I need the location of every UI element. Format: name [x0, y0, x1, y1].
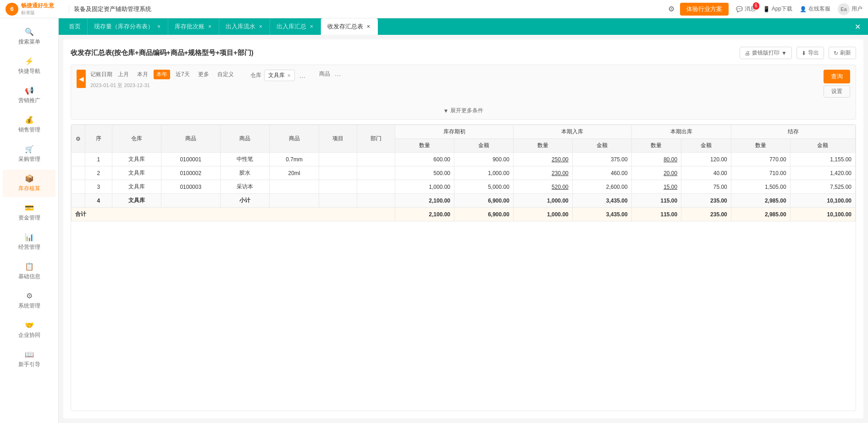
warehouse-tag-close[interactable]: × — [287, 72, 291, 79]
row-out-qty[interactable]: 80.00 — [631, 153, 681, 166]
filter-collapse-button[interactable]: ◀ — [77, 70, 86, 88]
page-header: 收发存汇总表(按仓库+商品编码+商品+规格型号+项目+部门) 🖨 拨镜版打印 ▼… — [71, 47, 856, 59]
sidebar-item-inventory[interactable]: 📦 库存核算 — [3, 170, 55, 197]
col-header-name: 商品 — [220, 125, 269, 153]
chevron-down-icon: ▼ — [781, 50, 787, 56]
col-header-index: 序 — [85, 125, 112, 153]
settings-button[interactable]: ⚙ — [668, 5, 674, 13]
tab-bar: 首页 现存量（库存分布表） × 库存批次账 × 出入库流水 × 出入库汇总 × … — [59, 18, 868, 35]
row-warehouse: 文具库 — [112, 194, 161, 208]
row-idx: 4 — [85, 194, 112, 208]
row-project — [319, 153, 357, 166]
sidebar-item-quicknav[interactable]: ⚡ 快捷导航 — [3, 52, 55, 80]
row-in-qty[interactable]: 230.00 — [513, 166, 572, 180]
goods-label: 商品 — [319, 70, 330, 78]
tab-label: 现存量（库存分布表） — [94, 22, 154, 31]
service-icon: 👤 — [800, 6, 807, 12]
print-button[interactable]: 🖨 拨镜版打印 ▼ — [740, 47, 792, 59]
footer-out-qty: 115.00 — [631, 208, 681, 221]
expand-conditions-button[interactable]: ▼ 展开更多条件 — [443, 107, 484, 115]
date-custom-button[interactable]: 自定义 — [215, 70, 237, 79]
tab-inout-flow[interactable]: 出入库流水 × — [219, 18, 270, 35]
sidebar-item-purchase[interactable]: 🛒 采购管理 — [3, 140, 55, 168]
chevron-down-icon: ▼ — [443, 108, 449, 114]
date-this-month-button[interactable]: 本月 — [134, 70, 151, 79]
refresh-button[interactable]: ↻ 刷新 — [829, 47, 856, 59]
sidebar-item-system[interactable]: ⚙ 系统管理 — [3, 287, 55, 314]
sidebar-item-enterprise[interactable]: 🤝 企业协同 — [3, 316, 55, 344]
row-warehouse: 文具库 — [112, 180, 161, 194]
messages-button[interactable]: 💬 消息 6 — [736, 5, 756, 13]
date-more-button[interactable]: 更多 — [195, 70, 212, 79]
warehouse-tag-text: 文具库 — [268, 71, 285, 79]
tab-close-button[interactable]: × — [309, 23, 314, 30]
row-bal-amt: 1,420.00 — [790, 166, 855, 180]
row-out-qty: 115.00 — [631, 194, 681, 208]
col-header-warehouse: 仓库 — [112, 125, 161, 153]
date-this-year-button[interactable]: 本年 — [154, 70, 170, 79]
row-project — [319, 194, 357, 208]
row-open-qty: 600.00 — [395, 153, 454, 166]
app-download-button[interactable]: 📱 App下载 — [763, 5, 792, 13]
sidebar-item-operations[interactable]: 📊 经营管理 — [3, 228, 55, 256]
online-service-button[interactable]: 👤 在线客服 — [800, 5, 830, 13]
tab-label: 出入库流水 — [226, 22, 255, 31]
sidebar-item-label: 营销推广 — [18, 97, 40, 104]
set-button[interactable]: 设置 — [824, 85, 850, 98]
tab-close-button[interactable]: × — [156, 23, 161, 30]
goods-more-button[interactable]: ... — [335, 70, 341, 78]
sidebar-item-label: 基础信息 — [18, 273, 40, 280]
warehouse-more-button[interactable]: ... — [299, 71, 305, 80]
close-all-tabs-button[interactable]: ✕ — [851, 22, 864, 31]
sidebar-item-marketing[interactable]: 📢 营销推广 — [3, 82, 55, 109]
table-row: 2文具库0100002胶水20ml500.001,000.00230.00460… — [72, 166, 856, 180]
row-out-qty[interactable]: 20.00 — [631, 166, 681, 180]
sidebar-item-label: 采购管理 — [18, 155, 40, 163]
trial-button[interactable]: 体验行业方案 — [680, 3, 729, 16]
row-in-qty[interactable]: 520.00 — [513, 180, 572, 194]
sidebar-item-basicinfo[interactable]: 📋 基础信息 — [3, 258, 55, 285]
row-bal-amt: 10,100.00 — [790, 194, 855, 208]
settings-icon: ⚙ — [76, 136, 81, 142]
col-header-spec: 商品 — [269, 125, 319, 153]
row-warehouse: 文具库 — [112, 166, 161, 180]
tab-stock-distribution[interactable]: 现存量（库存分布表） × — [88, 18, 168, 35]
date-label: 记账日期 — [90, 71, 112, 78]
date-last-month-button[interactable]: 上月 — [115, 70, 132, 79]
row-code: 0100002 — [161, 166, 220, 180]
row-in-qty[interactable]: 250.00 — [513, 153, 572, 166]
row-spec — [269, 180, 319, 194]
marketing-icon: 📢 — [25, 86, 34, 95]
sidebar-item-guide[interactable]: 📖 新手引导 — [3, 346, 55, 373]
tab-home[interactable]: 首页 — [62, 18, 88, 35]
row-out-amt: 40.00 — [681, 166, 731, 180]
page-title: 收发存汇总表(按仓库+商品编码+商品+规格型号+项目+部门) — [71, 49, 254, 57]
basicinfo-icon: 📋 — [25, 262, 34, 271]
row-open-qty: 1,000.00 — [395, 180, 454, 194]
sidebar-item-sales[interactable]: 💰 销售管理 — [3, 111, 55, 138]
col-header-out: 本期出库 — [631, 125, 731, 139]
row-code: 0100003 — [161, 180, 220, 194]
row-out-qty[interactable]: 15.00 — [631, 180, 681, 194]
tab-close-button[interactable]: × — [207, 23, 212, 30]
row-in-qty: 1,000.00 — [513, 194, 572, 208]
content-area: 首页 现存量（库存分布表） × 库存批次账 × 出入库流水 × 出入库汇总 × … — [59, 18, 868, 423]
col-header-in-amt: 金额 — [572, 139, 631, 153]
tab-batch-account[interactable]: 库存批次账 × — [168, 18, 219, 35]
tab-label: 首页 — [69, 22, 81, 31]
user-menu-button[interactable]: Ea 用户 — [838, 3, 862, 15]
row-out-amt: 235.00 — [681, 194, 731, 208]
row-open-qty: 2,100.00 — [395, 194, 454, 208]
sidebar-item-search[interactable]: 🔍 搜索菜单 — [3, 23, 55, 50]
query-button[interactable]: 查询 — [824, 70, 850, 83]
tab-close-button[interactable]: × — [366, 23, 371, 30]
footer-in-qty: 1,000.00 — [513, 208, 572, 221]
warehouse-tag[interactable]: 文具库 × — [264, 70, 295, 81]
settings-col-header[interactable]: ⚙ — [72, 125, 85, 153]
export-button[interactable]: ⬇ 导出 — [796, 47, 824, 59]
tab-stock-summary[interactable]: 收发存汇总表 × — [321, 18, 378, 35]
tab-close-button[interactable]: × — [258, 23, 263, 30]
date-7days-button[interactable]: 近7天 — [173, 70, 193, 79]
sidebar-item-finance[interactable]: 💳 资金管理 — [3, 199, 55, 226]
tab-inout-summary[interactable]: 出入库汇总 × — [270, 18, 321, 35]
